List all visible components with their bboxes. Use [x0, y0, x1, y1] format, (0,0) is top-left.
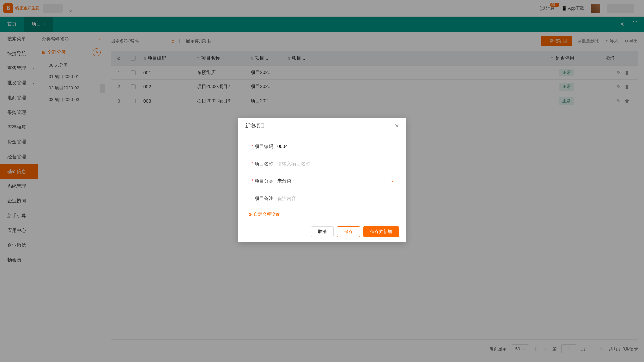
modal-overlay: 新增项目 ✕ 项目编码 项目名称 项目分类 未分类 ⌄ 项目备注 [0, 0, 644, 362]
add-project-modal: 新增项目 ✕ 项目编码 项目名称 项目分类 未分类 ⌄ 项目备注 [238, 118, 406, 242]
form-row-remark: 项目备注 [248, 194, 396, 203]
modal-header: 新增项目 ✕ [238, 118, 406, 134]
custom-fields-link[interactable]: ⚙ 自定义项设置 [248, 211, 396, 217]
name-label: 项目名称 [248, 161, 277, 167]
modal-title: 新增项目 [245, 123, 265, 129]
category-label: 项目分类 [248, 178, 277, 184]
form-row-name: 项目名称 [248, 159, 396, 168]
remark-input[interactable] [277, 194, 396, 203]
form-row-category: 项目分类 未分类 ⌄ [248, 176, 396, 186]
close-icon[interactable]: ✕ [395, 123, 399, 129]
modal-body: 项目编码 项目名称 项目分类 未分类 ⌄ 项目备注 ⚙ 自定义项设置 [238, 134, 406, 221]
code-input[interactable] [277, 142, 396, 151]
modal-footer: 取消 保存 保存并新增 [238, 221, 406, 242]
category-select[interactable]: 未分类 ⌄ [277, 176, 396, 186]
chevron-down-icon: ⌄ [390, 178, 394, 183]
cancel-button[interactable]: 取消 [311, 226, 334, 237]
name-input[interactable] [277, 159, 396, 168]
gear-icon: ⚙ [248, 212, 252, 217]
code-label: 项目编码 [248, 144, 277, 150]
save-and-add-button[interactable]: 保存并新增 [363, 226, 399, 237]
save-button[interactable]: 保存 [337, 226, 360, 237]
remark-label: 项目备注 [248, 196, 277, 202]
form-row-code: 项目编码 [248, 142, 396, 151]
